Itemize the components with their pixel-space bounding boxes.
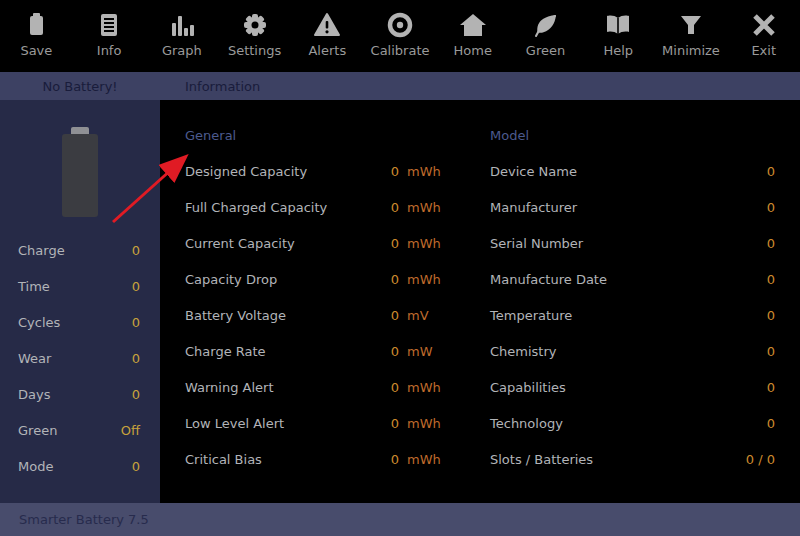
gear-icon: [241, 9, 269, 41]
stat-label: Time: [18, 279, 50, 294]
toolbar-item-label: Alerts: [308, 43, 346, 58]
sidebar-stats: Charge 0 Time 0 Cycles 0 Wear 0 Days 0 G…: [0, 232, 160, 484]
toolbar-item-help[interactable]: Help: [582, 0, 655, 72]
info-row-unit: mWh: [407, 164, 455, 179]
info-row-value: 0: [369, 308, 399, 323]
toolbar-item-home[interactable]: Home: [436, 0, 509, 72]
info-row-value: 0: [715, 308, 775, 323]
info-row-label: Designed Capacity: [185, 164, 369, 179]
toolbar-item-label: Green: [526, 43, 565, 58]
toolbar-item-label: Info: [97, 43, 122, 58]
info-row-manufacture-date: Manufacture Date 0: [490, 261, 775, 297]
stat-row-green: Green Off: [0, 412, 160, 448]
info-row-label: Critical Bias: [185, 452, 369, 467]
toolbar-item-info[interactable]: Info: [73, 0, 146, 72]
toolbar-item-calibrate[interactable]: Calibrate: [364, 0, 437, 72]
info-row-value: 0: [369, 416, 399, 431]
info-row-label: Serial Number: [490, 236, 715, 251]
info-row-chemistry: Chemistry 0: [490, 333, 775, 369]
info-row-technology: Technology 0: [490, 405, 775, 441]
toolbar-item-green[interactable]: Green: [509, 0, 582, 72]
funnel-icon: [677, 9, 705, 41]
info-row-value: 0: [715, 236, 775, 251]
open-book-icon: [604, 9, 632, 41]
info-row-battery-voltage: Battery Voltage 0 mV: [185, 297, 455, 333]
stat-value: 0: [132, 387, 140, 402]
info-row-value: 0: [369, 200, 399, 215]
info-row-label: Device Name: [490, 164, 715, 179]
info-row-label: Chemistry: [490, 344, 715, 359]
toolbar-item-settings[interactable]: Settings: [218, 0, 291, 72]
info-row-unit: mWh: [407, 272, 455, 287]
info-row-value: 0: [369, 272, 399, 287]
general-section: General Designed Capacity 0 mWh Full Cha…: [185, 100, 455, 503]
info-row-slots-batteries: Slots / Batteries 0 / 0: [490, 441, 775, 477]
info-row-label: Warning Alert: [185, 380, 369, 395]
info-row-label: Full Charged Capacity: [185, 200, 369, 215]
info-row-value: 0: [369, 452, 399, 467]
stat-label: Cycles: [18, 315, 60, 330]
toolbar-item-alerts[interactable]: Alerts: [291, 0, 364, 72]
info-row-label: Charge Rate: [185, 344, 369, 359]
info-row-value: 0 / 0: [715, 452, 775, 467]
info-row-unit: mWh: [407, 452, 455, 467]
stat-row-wear: Wear 0: [0, 340, 160, 376]
home-icon: [459, 9, 487, 41]
info-row-low-level-alert: Low Level Alert 0 mWh: [185, 405, 455, 441]
stat-value: 0: [132, 279, 140, 294]
bar-chart-icon: [168, 9, 196, 41]
info-row-unit: mWh: [407, 236, 455, 251]
info-row-label: Technology: [490, 416, 715, 431]
info-row-unit: mWh: [407, 380, 455, 395]
stat-label: Green: [18, 423, 57, 438]
toolbar-item-label: Help: [603, 43, 633, 58]
stat-value: 0: [132, 351, 140, 366]
stat-label: Wear: [18, 351, 51, 366]
toolbar-item-minimize[interactable]: Minimize: [655, 0, 728, 72]
app-version-label: Smarter Battery 7.5: [19, 512, 149, 527]
general-section-title: General: [185, 117, 455, 153]
toolbar-item-save[interactable]: Save: [0, 0, 73, 72]
stat-label: Charge: [18, 243, 65, 258]
info-row-unit: mW: [407, 344, 455, 359]
info-row-designed-capacity: Designed Capacity 0 mWh: [185, 153, 455, 189]
toolbar-item-exit[interactable]: Exit: [727, 0, 800, 72]
stat-value: 0: [132, 315, 140, 330]
info-row-capabilities: Capabilities 0: [490, 369, 775, 405]
info-row-label: Capabilities: [490, 380, 715, 395]
close-x-icon: [750, 9, 778, 41]
info-row-value: 0: [369, 380, 399, 395]
tab-information[interactable]: Information: [185, 79, 260, 94]
stat-row-days: Days 0: [0, 376, 160, 412]
toolbar-item-label: Settings: [228, 43, 281, 58]
info-row-label: Low Level Alert: [185, 416, 369, 431]
stat-value: Off: [121, 423, 140, 438]
info-row-warning-alert: Warning Alert 0 mWh: [185, 369, 455, 405]
info-row-unit: mWh: [407, 416, 455, 431]
toolbar-item-label: Exit: [751, 43, 776, 58]
info-row-full-charged-capacity: Full Charged Capacity 0 mWh: [185, 189, 455, 225]
info-row-label: Battery Voltage: [185, 308, 369, 323]
target-icon: [386, 9, 414, 41]
info-row-unit: mWh: [407, 200, 455, 215]
sidebar: Charge 0 Time 0 Cycles 0 Wear 0 Days 0 G…: [0, 100, 160, 503]
stat-label: Mode: [18, 459, 53, 474]
toolbar-item-label: Save: [20, 43, 52, 58]
info-row-label: Current Capacity: [185, 236, 369, 251]
tabbar: No Battery! Information: [0, 72, 800, 100]
info-row-critical-bias: Critical Bias 0 mWh: [185, 441, 455, 477]
battery-graphic: [62, 127, 98, 220]
stat-value: 0: [132, 459, 140, 474]
info-row-label: Temperature: [490, 308, 715, 323]
toolbar-item-label: Calibrate: [371, 43, 430, 58]
toolbar: Save Info Graph: [0, 0, 800, 72]
stat-row-mode: Mode 0: [0, 448, 160, 484]
toolbar-item-label: Home: [454, 43, 492, 58]
leaf-icon: [532, 9, 560, 41]
info-row-label: Slots / Batteries: [490, 452, 715, 467]
info-row-manufacturer: Manufacturer 0: [490, 189, 775, 225]
info-row-value: 0: [369, 344, 399, 359]
info-row-charge-rate: Charge Rate 0 mW: [185, 333, 455, 369]
toolbar-item-graph[interactable]: Graph: [145, 0, 218, 72]
battery-cap: [71, 127, 89, 134]
